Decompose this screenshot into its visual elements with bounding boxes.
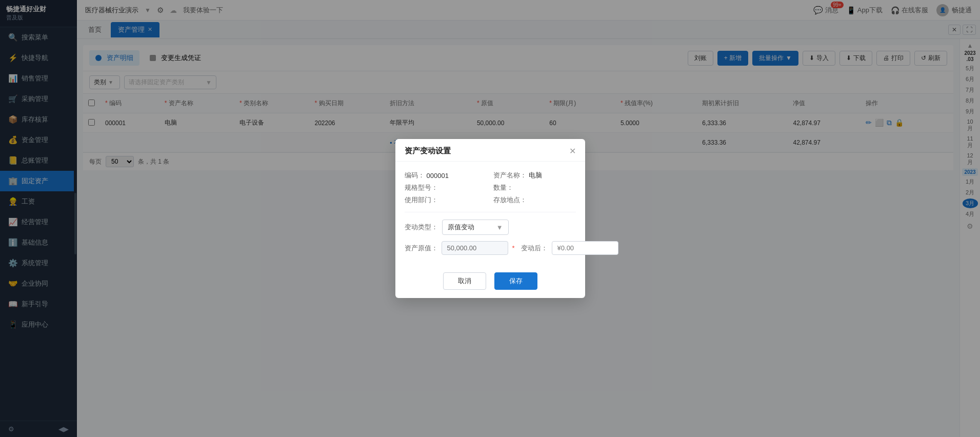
modal-name-label: 资产名称： [493,171,527,180]
modal-name-value: 电脑 [529,171,542,180]
modal-original-value-label: 资产原值： [405,244,437,253]
modal-qty-row: 数量： [493,183,576,192]
modal-location-label: 存放地点： [493,195,527,205]
modal-change-type-value: 原值变动 [448,223,474,232]
modal-required-star: * [512,244,515,252]
modal-after-label: 变动后： [521,244,548,253]
modal-change-type-arrow: ▼ [496,224,503,231]
modal-code-label: 编码： [405,171,425,180]
modal-spec-row: 规格型号： [405,183,487,192]
modal-save-label: 保存 [509,277,523,285]
modal-close-icon[interactable]: ✕ [569,146,576,156]
modal-cancel-button[interactable]: 取消 [443,272,486,290]
modal-overlay: 资产变动设置 ✕ 编码： 000001 资产名称： 电脑 规格型号： 数量： [0,0,980,437]
modal-dept-row: 使用部门： [405,195,487,205]
modal-title: 资产变动设置 [405,146,451,156]
modal-original-value-row: 资产原值： * 变动后： [405,241,576,255]
modal-body: 编码： 000001 资产名称： 电脑 规格型号： 数量： 使用部门： [395,162,585,267]
modal-code-value: 000001 [427,172,449,180]
modal-cancel-label: 取消 [458,277,471,285]
modal-spec-label: 规格型号： [405,183,438,192]
asset-change-modal: 资产变动设置 ✕ 编码： 000001 资产名称： 电脑 规格型号： 数量： [395,139,585,298]
modal-location-row: 存放地点： [493,195,576,205]
modal-change-type-select[interactable]: 原值变动 ▼ [442,220,509,235]
modal-dept-label: 使用部门： [405,195,438,205]
modal-qty-label: 数量： [493,183,513,192]
modal-change-type-label: 变动类型： [405,223,438,232]
modal-footer: 取消 保存 [395,267,585,298]
modal-divider [405,212,576,212]
modal-change-type-row: 变动类型： 原值变动 ▼ [405,220,576,235]
modal-info-grid: 编码： 000001 资产名称： 电脑 规格型号： 数量： 使用部门： [405,171,576,205]
modal-after-value-input[interactable] [552,241,618,255]
modal-header: 资产变动设置 ✕ [395,139,585,162]
modal-name-row: 资产名称： 电脑 [493,171,576,180]
modal-code-row: 编码： 000001 [405,171,487,180]
modal-original-value-input[interactable] [442,241,508,255]
modal-save-button[interactable]: 保存 [494,272,537,290]
